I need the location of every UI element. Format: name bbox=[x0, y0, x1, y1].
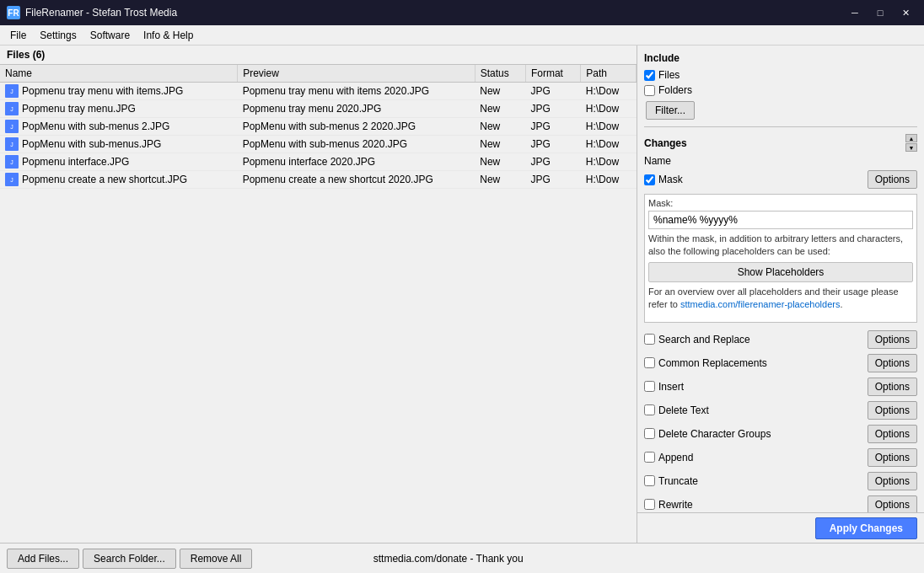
change-option-row: TruncateOptions bbox=[644, 469, 917, 493]
menu-file[interactable]: File bbox=[3, 28, 33, 43]
menu-settings[interactable]: Settings bbox=[33, 28, 83, 43]
change-option-left: Common Replacements bbox=[644, 357, 767, 369]
change-option-row: AppendOptions bbox=[644, 446, 917, 469]
minimize-button[interactable]: ─ bbox=[843, 3, 867, 22]
scroll-down-button[interactable]: ▼ bbox=[905, 143, 917, 152]
change-option-left: Search and Replace bbox=[644, 334, 750, 345]
mask-label: Mask bbox=[658, 174, 683, 185]
file-icon: J bbox=[5, 155, 19, 169]
file-name-text: Popmenu interface.JPG bbox=[22, 156, 129, 168]
option-checkbox-rewrite[interactable] bbox=[644, 499, 655, 510]
option-checkbox-common-replacements[interactable] bbox=[644, 357, 655, 368]
cell-status: New bbox=[475, 100, 525, 118]
right-content[interactable]: Include Files Folders Filter... Changes … bbox=[637, 46, 924, 512]
cell-path: H:\Dow bbox=[581, 100, 637, 118]
option-checkbox-truncate[interactable] bbox=[644, 475, 655, 486]
change-option-left: Rewrite bbox=[644, 499, 693, 511]
apply-changes-button[interactable]: Apply Changes bbox=[815, 517, 917, 539]
table-row[interactable]: JPopmenu tray menu.JPGPopmenu tray menu … bbox=[0, 100, 637, 118]
changes-section-label: Changes bbox=[644, 137, 687, 149]
option-label: Delete Character Groups bbox=[658, 428, 771, 440]
table-row[interactable]: JPopmenu create a new shortcut.JPGPopmen… bbox=[0, 171, 637, 189]
maximize-button[interactable]: □ bbox=[868, 3, 892, 22]
filter-button[interactable]: Filter... bbox=[646, 101, 695, 120]
cell-format: JPG bbox=[525, 100, 580, 118]
cell-name: JPopmenu create a new shortcut.JPG bbox=[0, 171, 238, 189]
bottom-bar: Add Files... Search Folder... Remove All… bbox=[0, 543, 924, 573]
file-icon: J bbox=[5, 102, 19, 115]
scroll-up-button[interactable]: ▲ bbox=[905, 134, 917, 142]
mask-options-button[interactable]: Options bbox=[868, 170, 917, 189]
option-checkbox-delete-text[interactable] bbox=[644, 404, 655, 415]
change-option-left: Delete Character Groups bbox=[644, 428, 771, 440]
option-checkbox-append[interactable] bbox=[644, 452, 655, 463]
window-controls: ─ □ ✕ bbox=[843, 3, 917, 22]
mask-checkbox[interactable] bbox=[644, 174, 655, 185]
file-name-text: Popmenu tray menu.JPG bbox=[22, 103, 136, 115]
mask-field-label: Mask: bbox=[648, 198, 913, 208]
placeholder-note: For an overview over all placeholders an… bbox=[648, 286, 913, 312]
include-section-label: Include bbox=[644, 52, 917, 64]
table-row[interactable]: JPopMenu with sub-menus 2.JPGPopMenu wit… bbox=[0, 118, 637, 136]
menu-software[interactable]: Software bbox=[83, 28, 137, 43]
cell-status: New bbox=[475, 83, 525, 100]
option-options-button[interactable]: Options bbox=[868, 354, 917, 372]
change-option-left: Insert bbox=[644, 381, 684, 393]
file-icon: J bbox=[5, 120, 19, 133]
search-folder-button[interactable]: Search Folder... bbox=[83, 549, 176, 569]
left-panel: Files (6) Name Preview Status Format Pat… bbox=[0, 46, 637, 543]
table-row[interactable]: JPopMenu with sub-menus.JPGPopMenu with … bbox=[0, 136, 637, 153]
change-option-left: Truncate bbox=[644, 475, 698, 487]
placeholder-link[interactable]: sttmedia.com/filerenamer-placeholders bbox=[680, 299, 841, 309]
file-table: Name Preview Status Format Path JPopmenu… bbox=[0, 65, 637, 189]
files-header: Files (6) bbox=[0, 46, 637, 64]
table-row[interactable]: JPopmenu tray menu with items.JPGPopmenu… bbox=[0, 83, 637, 100]
menu-info-help[interactable]: Info & Help bbox=[137, 28, 200, 43]
cell-preview: PopMenu with sub-menus 2020.JPG bbox=[238, 136, 475, 153]
col-path: Path bbox=[581, 65, 637, 83]
change-option-row: RewriteOptions bbox=[644, 493, 917, 512]
mask-description: Within the mask, in addition to arbitrar… bbox=[648, 233, 913, 259]
file-table-wrapper[interactable]: Name Preview Status Format Path JPopmenu… bbox=[0, 64, 637, 543]
option-options-button[interactable]: Options bbox=[868, 330, 917, 349]
remove-all-button[interactable]: Remove All bbox=[180, 549, 253, 569]
option-options-button[interactable]: Options bbox=[868, 472, 917, 490]
option-options-button[interactable]: Options bbox=[868, 495, 917, 512]
cell-preview: Popmenu tray menu with items 2020.JPG bbox=[238, 83, 475, 100]
option-options-button[interactable]: Options bbox=[868, 378, 917, 396]
option-checkbox-delete-character-groups[interactable] bbox=[644, 428, 655, 439]
cell-name: JPopmenu interface.JPG bbox=[0, 153, 238, 171]
files-checkbox[interactable] bbox=[644, 70, 655, 81]
option-label: Insert bbox=[658, 381, 684, 393]
option-options-button[interactable]: Options bbox=[868, 401, 917, 420]
col-name: Name bbox=[0, 65, 238, 83]
option-label: Truncate bbox=[658, 475, 698, 487]
option-checkbox-insert[interactable] bbox=[644, 381, 655, 392]
file-icon: J bbox=[5, 173, 19, 186]
file-name-text: PopMenu with sub-menus 2.JPG bbox=[22, 120, 169, 132]
titlebar: FR FileRenamer - Stefan Trost Media ─ □ … bbox=[0, 0, 924, 25]
file-name-text: Popmenu create a new shortcut.JPG bbox=[22, 174, 187, 185]
cell-format: JPG bbox=[525, 83, 580, 100]
col-format: Format bbox=[525, 65, 580, 83]
cell-preview: PopMenu with sub-menus 2 2020.JPG bbox=[238, 118, 475, 136]
folders-label: Folders bbox=[658, 84, 692, 96]
option-options-button[interactable]: Options bbox=[868, 425, 917, 443]
change-option-row: Search and ReplaceOptions bbox=[644, 328, 917, 351]
changes-section: Changes ▲ ▼ Name Mask Options Mask: bbox=[644, 134, 917, 512]
files-checkbox-row: Files bbox=[644, 69, 917, 81]
show-placeholders-button[interactable]: Show Placeholders bbox=[648, 262, 913, 282]
cell-name: JPopMenu with sub-menus 2.JPG bbox=[0, 118, 238, 136]
cell-format: JPG bbox=[525, 153, 580, 171]
table-row[interactable]: JPopmenu interface.JPGPopmenu interface … bbox=[0, 153, 637, 171]
app-icon: FR bbox=[7, 6, 20, 19]
name-label: Name bbox=[644, 155, 671, 167]
mask-input[interactable] bbox=[648, 211, 913, 229]
cell-status: New bbox=[475, 171, 525, 189]
folders-checkbox[interactable] bbox=[644, 85, 655, 96]
option-checkbox-search-and-replace[interactable] bbox=[644, 334, 655, 345]
add-files-button[interactable]: Add Files... bbox=[7, 549, 79, 569]
close-button[interactable]: ✕ bbox=[894, 3, 917, 22]
scroll-arrows: ▲ ▼ bbox=[905, 134, 917, 152]
option-options-button[interactable]: Options bbox=[868, 448, 917, 467]
